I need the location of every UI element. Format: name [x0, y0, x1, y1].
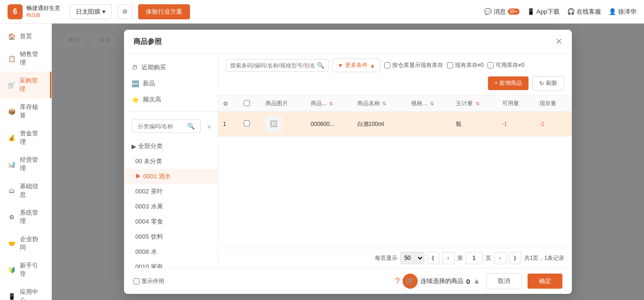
checkbox-current-stock[interactable]: 现有库存≠0 [447, 61, 484, 69]
messages-nav-item[interactable]: 💬 消息 99+ [484, 8, 520, 16]
trial-button[interactable]: 体验行业方案 [138, 4, 190, 19]
category-snack-label: 0004 零食 [135, 218, 163, 225]
recent-purchase-menu-item[interactable]: ⏱ 近期购买 [124, 59, 218, 75]
new-product-menu-item[interactable]: 🆕 新品 [124, 75, 218, 92]
app-download-label: App下载 [537, 8, 560, 16]
sidebar-item-operations[interactable]: 📊 经营管理 [0, 151, 51, 177]
sidebar-item-enterprise[interactable]: 🤝 企业协同 [0, 230, 51, 257]
category-water[interactable]: 0008 水 [124, 244, 218, 259]
sidebar-item-finance[interactable]: 💰 资金管理 [0, 125, 51, 151]
collapse-cart-icon[interactable]: ▲ [473, 277, 480, 285]
sort-spec-icon[interactable]: ⇅ [430, 101, 434, 106]
col-image: 商品图片 [261, 96, 306, 112]
app-download-item[interactable]: 📱 App下载 [527, 8, 560, 16]
table-row[interactable]: 1 🖼 000600... 白酒100ml [218, 112, 572, 137]
filter-button[interactable]: ▼ 更多条件 ▲ [332, 58, 380, 72]
category-liquor[interactable]: ▶ 0001 酒水 [124, 169, 218, 184]
page-label: 第 [457, 254, 463, 262]
logo-area: 6 畅捷通好生意 精品版 [8, 4, 64, 19]
sidebar: 🏠 首页 📋 销售管理 🛒 采购管理 📦 库存核算 💰 资金管理 📊 经营管理 … [0, 24, 52, 300]
page-number-input[interactable] [466, 252, 483, 264]
current-stock-checkbox[interactable] [447, 62, 453, 68]
help-icon[interactable]: ? [395, 276, 400, 286]
sidebar-item-basics[interactable]: 🗂 基础信息 [0, 177, 51, 204]
frequent-menu-item[interactable]: ⭐ 频次高 [124, 92, 218, 108]
message-icon: 💬 [484, 8, 492, 15]
last-page-button[interactable]: ⟫ [509, 252, 521, 264]
per-page-label: 每页显示 [375, 254, 397, 262]
table-settings-icon[interactable]: ⚙ [223, 100, 228, 107]
avatar-icon: 👤 [609, 8, 616, 15]
cart-section: ? 🛒 连续选择的商品 0 ▲ [395, 274, 480, 289]
filter-label: 更多条件 [345, 61, 368, 69]
sort-name-icon[interactable]: ⇅ [382, 101, 386, 106]
sidebar-item-purchase[interactable]: 🛒 采购管理 [0, 72, 51, 98]
add-product-button[interactable]: + 新增商品 [488, 76, 528, 90]
modal-close-button[interactable]: ✕ [555, 36, 562, 47]
category-search-input[interactable] [138, 123, 185, 130]
checkbox-warehouse-stock[interactable]: 按仓库显示现有库存 [384, 61, 443, 69]
category-tea[interactable]: 0002 茶叶 [124, 184, 218, 199]
first-page-button[interactable]: ⟪ [427, 252, 439, 264]
user-profile-item[interactable]: 👤 徐泽华 [609, 8, 636, 16]
category-list: ▶ 全部分类 00 未分类 ▶ 0001 酒水 0002 [124, 137, 218, 268]
headset-icon: 🎧 [567, 8, 575, 15]
cancel-button[interactable]: 取消 [486, 273, 522, 289]
cart-icon[interactable]: 🛒 [403, 274, 418, 289]
col-code: 商品... ⇅ [306, 96, 353, 112]
category-fruit[interactable]: 0003 水果 [124, 199, 218, 214]
modal-header: 商品参照 ✕ [124, 30, 572, 54]
show-disabled-checkbox-label[interactable]: 显示停用 [133, 277, 164, 285]
row-code-cell: 000600... [306, 112, 353, 137]
sidebar-item-home[interactable]: 🏠 首页 [0, 27, 51, 45]
row-stock-cell: -1 [535, 112, 572, 137]
prev-page-button[interactable]: ‹ [442, 252, 454, 264]
modal-body: ⏱ 近期购买 🆕 新品 ⭐ 频次高 [124, 54, 572, 268]
col-available: 可用量 [497, 96, 535, 112]
checkbox-available-stock[interactable]: 可用库存≠0 [487, 61, 524, 69]
sidebar-item-system[interactable]: ⚙ 系统管理 [0, 204, 51, 230]
triangle-right-icon: ▶ [132, 143, 136, 150]
pagination: 每页显示 50 10 20 100 ⟪ ‹ 第 页 [218, 248, 572, 268]
category-beverage[interactable]: 0005 饮料 [124, 229, 218, 244]
warehouse-stock-checkbox[interactable] [384, 62, 390, 68]
checkbox2-label: 现有库存≠0 [455, 61, 484, 69]
select-all-checkbox[interactable] [244, 100, 250, 106]
settings-button[interactable]: ⚙ [117, 4, 132, 19]
category-search-box[interactable]: 🔍 [132, 119, 201, 133]
row-checkbox[interactable] [244, 120, 250, 126]
collapse-button[interactable]: « [205, 122, 214, 131]
sidebar-inventory-label: 库存核算 [20, 103, 44, 120]
sort-unit-icon[interactable]: ⇅ [476, 101, 479, 106]
category-all[interactable]: ▶ 全部分类 [124, 139, 218, 154]
frequent-label: 频次高 [143, 95, 161, 104]
checkbox1-label: 按仓库显示现有库存 [392, 61, 443, 69]
sort-code-icon[interactable]: ⇅ [329, 101, 333, 106]
product-search-input[interactable] [230, 62, 315, 69]
divider [124, 111, 218, 112]
appstore-icon: 📱 [8, 292, 16, 300]
sidebar-item-inventory[interactable]: 📦 库存核算 [0, 98, 51, 125]
sidebar-item-appstore[interactable]: 📱 应用中心 [0, 283, 51, 300]
triangle-active-icon: ▶ [135, 173, 143, 180]
category-uncategorized[interactable]: 00 未分类 [124, 154, 218, 169]
refresh-icon: ↻ [539, 80, 544, 87]
category-snack[interactable]: 0004 零食 [124, 214, 218, 229]
per-page-select[interactable]: 50 10 20 100 [400, 252, 424, 264]
refresh-button[interactable]: ↻ 刷新 [532, 76, 564, 91]
category-fruit-label: 0003 水果 [135, 203, 163, 210]
nav-dropdown[interactable]: 日太阳膜 ▾ [70, 4, 112, 19]
category-appliance[interactable]: 0010 家电 [124, 259, 218, 268]
next-page-button[interactable]: › [494, 252, 506, 264]
sidebar-item-sales[interactable]: 📋 销售管理 [0, 45, 51, 72]
system-icon: ⚙ [8, 213, 16, 221]
show-disabled-checkbox[interactable] [133, 278, 140, 284]
online-service-item[interactable]: 🎧 在线客服 [567, 8, 601, 16]
row-spec-cell [406, 112, 451, 137]
confirm-button[interactable]: 确定 [528, 274, 562, 289]
modal-overlay: 商品参照 ✕ ⏱ 近期购买 🆕 新品 [52, 24, 644, 300]
available-stock-checkbox[interactable] [487, 62, 494, 68]
history-icon: ⏱ [132, 64, 138, 71]
sidebar-item-newbie[interactable]: 🔰 新手引导 [0, 257, 51, 283]
product-search-box[interactable]: 🔍 [226, 59, 329, 72]
